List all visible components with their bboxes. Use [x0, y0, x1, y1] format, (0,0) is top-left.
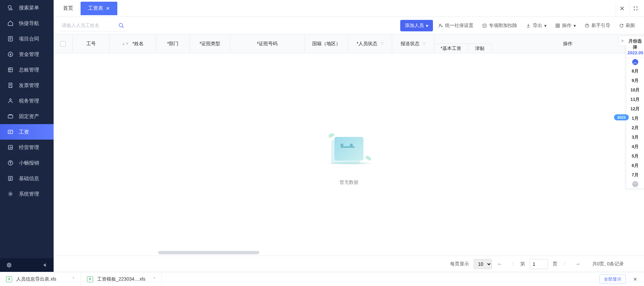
col-allowance[interactable]: 津贴	[468, 44, 492, 53]
download-item[interactable]: 工资模板_223034....xls ˄	[81, 272, 162, 286]
col-base-salary[interactable]: *基本工资	[434, 44, 468, 53]
month-option[interactable]: 6月	[626, 161, 644, 170]
col-status[interactable]: *人员状态 ▽	[348, 34, 392, 53]
download-item[interactable]: 人员信息导出表.xls ˄	[0, 272, 81, 286]
col-nation[interactable]: 国籍（地区）	[304, 34, 348, 53]
close-downloads-icon[interactable]: ✕	[633, 277, 637, 282]
sidebar-item-system[interactable]: 系统管理	[0, 186, 54, 202]
month-option[interactable]: 1月2023	[626, 114, 644, 123]
fullscreen-button[interactable]	[629, 2, 641, 15]
sidebar-bottom	[0, 258, 54, 272]
month-expand-toggle[interactable]	[619, 36, 626, 46]
show-all-downloads-button[interactable]: 全部显示	[599, 275, 626, 284]
col-checkbox[interactable]	[54, 34, 72, 53]
svg-point-10	[10, 193, 11, 195]
col-cert-no[interactable]: *证照号码	[230, 34, 304, 53]
social-settings-button[interactable]: 统一社保设置	[435, 20, 477, 31]
sidebar-item-salary[interactable]: 工资	[0, 124, 54, 140]
col-cert-type[interactable]: *证照类型	[190, 34, 230, 53]
page-summary: 共0页, 0条记录	[592, 261, 624, 267]
next-page-button[interactable]: 〉	[562, 261, 569, 267]
svg-point-13	[119, 23, 123, 27]
scrollbar-thumb[interactable]	[158, 251, 259, 254]
xls-icon	[6, 276, 12, 282]
col-report[interactable]: 报送状态 ▽	[392, 34, 434, 53]
svg-rect-19	[556, 26, 557, 27]
main: 首页 工资表 ✕ 添加人员 ▾	[54, 0, 644, 272]
svg-rect-6	[8, 130, 13, 134]
search-input[interactable]	[59, 20, 126, 31]
close-button[interactable]	[616, 2, 628, 15]
sort-icon[interactable]: ▲▼	[122, 42, 129, 46]
month-option[interactable]: 8月	[626, 66, 644, 76]
month-option[interactable]: 12月	[626, 104, 644, 114]
search-list-icon	[7, 5, 14, 11]
month-option[interactable]: 2月	[626, 123, 644, 133]
month-scroll-up[interactable]: ︽	[626, 58, 644, 66]
sidebar-item-invoice[interactable]: 发票管理	[0, 78, 54, 93]
add-person-button[interactable]: 添加人员 ▾	[400, 20, 433, 31]
month-scroll-down[interactable]: ︾	[626, 180, 644, 189]
month-panel: 月份选择 2022.05 ︽ 8月9月10月11月12月1月20232月3月4月…	[626, 36, 644, 189]
sidebar-item-reimburse[interactable]: 小畅报销	[0, 155, 54, 171]
sidebar-item-search-menu[interactable]: 搜索菜单	[0, 0, 54, 16]
filter-icon[interactable]: ▽	[381, 41, 383, 46]
month-option[interactable]: 10月	[626, 85, 644, 95]
sidebar-item-label: 基础信息	[19, 175, 39, 182]
chevron-up-icon[interactable]: ˄	[153, 277, 155, 282]
export-button[interactable]: 导出 ▾	[523, 20, 550, 31]
toolbar: 添加人员 ▾ 统一社保设置 专项附加扣除 导出 ▾ 操作 ▾	[54, 17, 644, 34]
prev-page-button[interactable]: 〈	[508, 261, 516, 267]
sidebar-item-tax[interactable]: 税务管理	[0, 93, 54, 109]
sidebar-item-funds[interactable]: 资金管理	[0, 47, 54, 62]
svg-rect-12	[46, 263, 46, 266]
svg-rect-5	[8, 115, 13, 118]
last-page-button[interactable]: ⇥	[574, 261, 581, 267]
sidebar-item-operation[interactable]: 经营管理	[0, 140, 54, 155]
page-suffix: 页	[553, 261, 557, 267]
month-option[interactable]: 3月	[626, 133, 644, 142]
sidebar-item-quick-nav[interactable]: 快捷导航	[0, 16, 54, 31]
horizontal-scrollbar[interactable]	[54, 250, 644, 255]
tab-home[interactable]: 首页	[56, 2, 81, 15]
month-option[interactable]: 4月	[626, 142, 644, 151]
sidebar-item-label: 系统管理	[19, 191, 39, 197]
per-page-select[interactable]: 10	[474, 259, 492, 269]
sidebar-item-ledger[interactable]: 总账管理	[0, 62, 54, 78]
deduct-icon	[482, 23, 487, 28]
month-option[interactable]: 5月	[626, 151, 644, 161]
guide-button[interactable]: 新手引导	[581, 20, 614, 31]
refresh-button[interactable]: 刷新	[616, 20, 639, 31]
month-option[interactable]: 9月	[626, 76, 644, 85]
first-page-button[interactable]: ⇤	[497, 261, 503, 267]
col-dept[interactable]: *部门	[156, 34, 190, 53]
month-current: 2022.05	[627, 50, 643, 55]
svg-point-11	[8, 264, 10, 266]
search-icon[interactable]	[118, 23, 124, 29]
sidebar-item-asset[interactable]: 固定资产	[0, 109, 54, 124]
col-name[interactable]: ▲▼ *姓名	[110, 34, 156, 53]
tab-label: 工资表	[88, 5, 103, 11]
tab-salary-sheet[interactable]: 工资表 ✕	[81, 2, 117, 15]
sidebar-item-label: 项目合同	[19, 36, 39, 42]
gear-icon[interactable]	[6, 262, 12, 268]
collapse-icon[interactable]	[41, 262, 48, 268]
svg-point-0	[8, 5, 11, 8]
filter-icon[interactable]: ▽	[423, 41, 426, 46]
chevron-down-icon: ▾	[426, 23, 428, 28]
chevron-up-icon[interactable]: ˄	[72, 277, 75, 282]
system-icon	[7, 191, 14, 197]
special-deduct-button[interactable]: 专项附加扣除	[479, 20, 521, 31]
chevron-down-icon: ▾	[574, 23, 576, 28]
month-option[interactable]: 11月	[626, 95, 644, 104]
tab-close-icon[interactable]: ✕	[106, 6, 110, 11]
page-input[interactable]	[530, 259, 548, 269]
empty-state: 暂无数据	[54, 53, 644, 256]
pagination: 每页显示 10 ⇤ 〈 第 页 〉 ⇥ 共0页, 0条记录	[54, 256, 644, 272]
month-option[interactable]: 7月	[626, 170, 644, 180]
col-id[interactable]: 工号	[72, 34, 110, 53]
tab-label: 首页	[63, 5, 73, 11]
sidebar-item-contract[interactable]: 项目合同	[0, 31, 54, 47]
sidebar-item-base-info[interactable]: 基础信息	[0, 171, 54, 186]
ops-button[interactable]: 操作 ▾	[552, 20, 579, 31]
